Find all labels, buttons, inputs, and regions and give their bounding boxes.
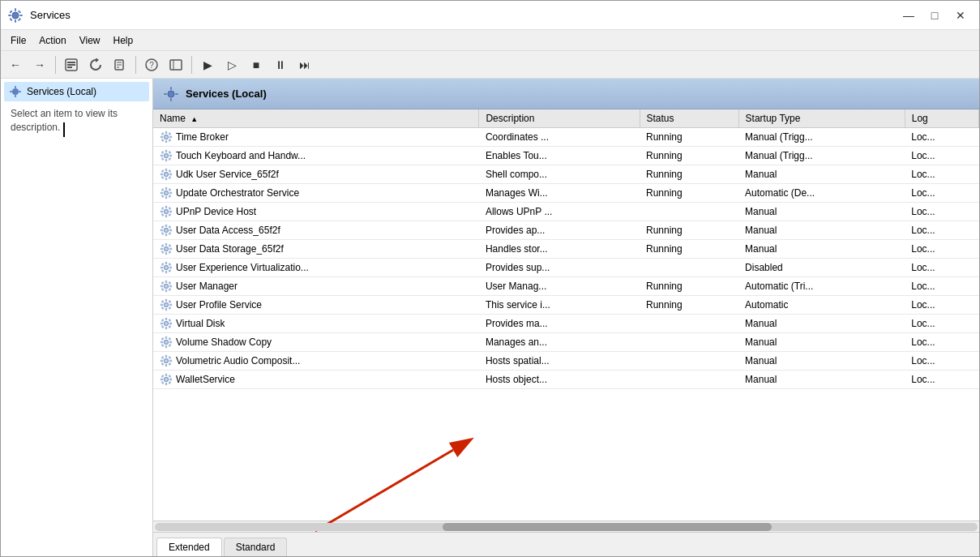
tab-standard[interactable]: Standard <box>224 538 288 556</box>
svg-rect-66 <box>161 188 165 191</box>
svg-rect-2 <box>15 19 16 23</box>
table-header-row: Name ▲ Description Status Startup Type L… <box>153 109 979 128</box>
table-row[interactable]: User ManagerUser Manag...RunningAutomati… <box>153 277 979 296</box>
service-name-cell: Time Broker <box>153 128 356 146</box>
svg-rect-56 <box>161 169 165 173</box>
svg-rect-24 <box>10 91 12 92</box>
service-startup-type-cell: Disabled <box>738 259 905 277</box>
svg-rect-166 <box>161 375 165 378</box>
main-content: Services (Local) Select an item to view … <box>1 79 979 556</box>
svg-rect-167 <box>168 375 171 378</box>
svg-rect-142 <box>165 336 167 339</box>
menu-action[interactable]: Action <box>32 33 72 48</box>
service-status-cell <box>640 203 738 221</box>
service-startup-type-cell: Automatic (De... <box>738 184 905 203</box>
service-gear-icon <box>160 205 173 218</box>
resume-service-button[interactable]: ⏭ <box>293 54 316 75</box>
table-row[interactable]: Udk User Service_65f2fShell compo...Runn… <box>153 165 979 184</box>
text-cursor <box>63 122 65 137</box>
scrollbar-track[interactable] <box>155 523 978 531</box>
close-button[interactable]: ✕ <box>948 6 973 25</box>
properties-button[interactable] <box>165 54 187 75</box>
svg-rect-115 <box>169 285 172 287</box>
sidebar-item-services-local[interactable]: Services (Local) <box>4 82 149 101</box>
table-row[interactable]: User Data Access_65f2fProvides ap...Runn… <box>153 221 979 240</box>
service-gear-icon <box>160 149 173 162</box>
svg-rect-84 <box>160 229 163 231</box>
services-table-container[interactable]: Name ▲ Description Status Startup Type L… <box>153 109 979 521</box>
scrollbar-thumb[interactable] <box>443 523 772 531</box>
pause-service-button[interactable]: ⏸ <box>269 54 292 75</box>
table-row[interactable]: User Experience Virtualizatio...Provides… <box>153 259 979 277</box>
col-startup-type[interactable]: Startup Type <box>738 109 905 128</box>
svg-rect-89 <box>168 232 171 235</box>
svg-rect-137 <box>168 319 171 322</box>
service-description-cell: Enables Tou... <box>479 147 640 165</box>
svg-rect-129 <box>168 306 171 310</box>
table-row[interactable]: Time BrokerCoordinates ...RunningManual … <box>153 128 979 147</box>
svg-rect-69 <box>168 195 171 198</box>
svg-rect-3 <box>8 15 11 16</box>
table-row[interactable]: User Profile ServiceThis service i...Run… <box>153 296 979 315</box>
horizontal-scrollbar[interactable] <box>153 521 979 532</box>
table-row[interactable]: UPnP Device HostAllows UPnP ...ManualLoc… <box>153 203 979 221</box>
service-gear-icon <box>160 242 173 255</box>
menu-help[interactable]: Help <box>107 33 140 48</box>
svg-rect-168 <box>161 381 165 384</box>
svg-rect-147 <box>168 337 171 341</box>
help-button[interactable]: ? <box>140 54 163 75</box>
service-name: User Profile Service <box>176 299 262 311</box>
menu-view[interactable]: View <box>73 33 107 48</box>
service-description-cell: Hosts object... <box>479 371 640 389</box>
service-gear-icon <box>160 168 173 181</box>
start-service-button[interactable]: ▶ <box>196 54 219 75</box>
col-description[interactable]: Description <box>479 109 640 128</box>
svg-rect-85 <box>169 229 172 231</box>
svg-rect-12 <box>67 66 72 68</box>
svg-rect-152 <box>165 355 167 358</box>
col-status[interactable]: Status <box>640 109 738 128</box>
service-name-cell: Update Orchestrator Service <box>153 184 356 202</box>
back-button[interactable]: ← <box>4 54 27 75</box>
svg-rect-127 <box>168 300 171 303</box>
svg-rect-126 <box>161 300 165 303</box>
svg-rect-48 <box>161 157 165 161</box>
start-service-2-button[interactable]: ▷ <box>220 54 243 75</box>
svg-rect-1 <box>15 8 16 11</box>
service-name: User Data Access_65f2f <box>176 225 280 236</box>
table-row[interactable]: Update Orchestrator ServiceManages Wi...… <box>153 184 979 203</box>
table-row[interactable]: WalletServiceHosts object...ManualLoc... <box>153 371 979 389</box>
table-row[interactable]: Virtual DiskProvides ma...ManualLoc... <box>153 315 979 333</box>
menu-file[interactable]: File <box>4 33 32 48</box>
refresh-button[interactable] <box>84 54 107 75</box>
col-log[interactable]: Log <box>905 109 978 128</box>
service-description-cell: Provides ap... <box>479 221 640 240</box>
service-log-on-cell: Loc... <box>905 165 978 184</box>
table-row[interactable]: Touch Keyboard and Handw...Enables Tou..… <box>153 147 979 165</box>
svg-rect-4 <box>19 15 23 16</box>
stop-service-button[interactable]: ■ <box>245 54 267 75</box>
export-list-button[interactable] <box>109 54 131 75</box>
svg-rect-58 <box>161 176 165 179</box>
service-log-on-cell: Loc... <box>905 296 978 315</box>
table-row[interactable]: Volumetric Audio Composit...Hosts spatia… <box>153 352 979 371</box>
table-row[interactable]: Volume Shadow CopyManages an...ManualLoc… <box>153 333 979 352</box>
toolbar-separator-1 <box>55 56 56 74</box>
forward-button[interactable]: → <box>28 54 51 75</box>
show-hide-console-button[interactable] <box>60 54 83 75</box>
service-name-cell: User Data Storage_65f2f <box>153 240 356 258</box>
svg-point-90 <box>165 229 167 231</box>
maximize-button[interactable]: □ <box>922 6 947 25</box>
service-name: User Data Storage_65f2f <box>176 243 284 255</box>
service-name: User Manager <box>176 281 238 292</box>
svg-rect-94 <box>160 248 163 250</box>
service-gear-icon <box>160 131 173 144</box>
service-status-cell: Running <box>640 128 738 147</box>
tab-extended[interactable]: Extended <box>156 538 222 556</box>
table-row[interactable]: User Data Storage_65f2fHandles stor...Ru… <box>153 240 979 259</box>
toolbar-separator-3 <box>191 56 192 74</box>
svg-rect-10 <box>67 62 75 63</box>
col-name[interactable]: Name ▲ <box>153 109 479 128</box>
svg-rect-59 <box>168 176 171 179</box>
minimize-button[interactable]: — <box>897 6 921 25</box>
